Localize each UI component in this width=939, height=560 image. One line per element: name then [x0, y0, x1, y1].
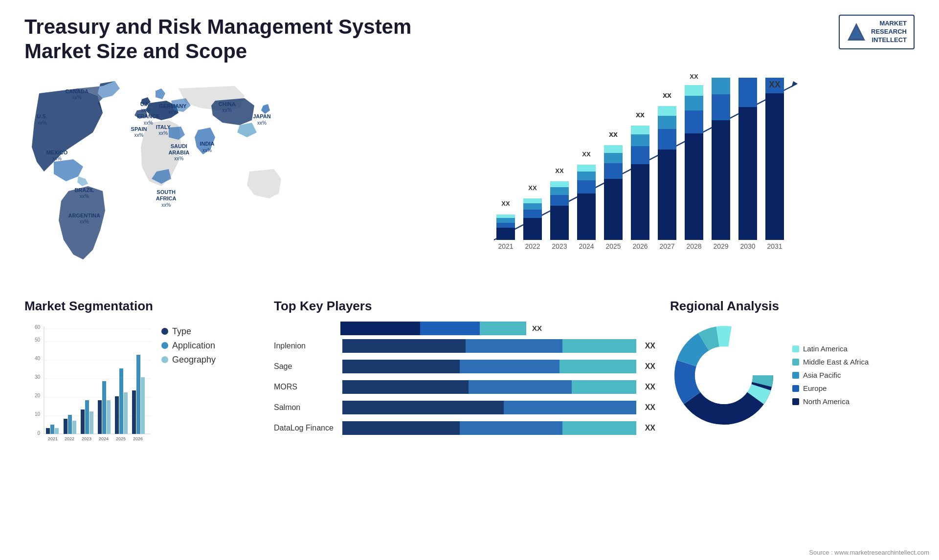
svg-rect-12	[523, 198, 542, 203]
label-spain: SPAINxx%	[131, 126, 147, 138]
svg-rect-86	[68, 415, 72, 434]
svg-rect-102	[136, 355, 140, 434]
svg-text:2023: 2023	[552, 242, 567, 250]
label-germany: GERMANYxx%	[159, 103, 186, 115]
label-italy: ITALYxx%	[156, 124, 171, 136]
players-title: Top Key Players	[274, 299, 655, 314]
svg-text:2025: 2025	[116, 436, 126, 441]
svg-text:2026: 2026	[632, 242, 648, 250]
label-china: CHINAxx%	[219, 101, 236, 113]
svg-rect-81	[46, 428, 50, 434]
svg-rect-46	[712, 78, 730, 94]
regional-title: Regional Analysis	[670, 299, 915, 314]
player-inplenion: Inplenion XX	[274, 339, 655, 353]
svg-text:2022: 2022	[525, 242, 540, 250]
donut-area: Latin America Middle East & Africa Asia …	[670, 322, 915, 429]
player-datalog: DataLog Finance XX	[274, 421, 655, 435]
svg-text:2024: 2024	[579, 242, 594, 250]
svg-rect-11	[523, 203, 542, 210]
label-brazil: BRAZILxx%	[74, 187, 94, 199]
svg-rect-21	[577, 172, 596, 180]
svg-rect-9	[523, 218, 542, 240]
svg-rect-99	[124, 392, 128, 434]
bar-chart-svg: XX XX XX	[357, 74, 915, 259]
player-salmon: Salmon XX	[274, 401, 655, 414]
svg-rect-34	[658, 150, 676, 240]
svg-rect-35	[658, 129, 676, 150]
svg-text:XX: XX	[690, 74, 698, 80]
svg-rect-4	[496, 228, 515, 240]
segmentation-section: Market Segmentation 0 10 20 30 40 50 60	[24, 299, 259, 449]
svg-rect-97	[115, 396, 119, 434]
svg-rect-22	[577, 165, 596, 172]
legend-north-america: North America	[792, 397, 869, 406]
svg-rect-15	[550, 195, 569, 206]
svg-rect-41	[685, 96, 703, 110]
svg-text:2028: 2028	[686, 242, 701, 250]
svg-rect-25	[604, 163, 623, 179]
players-section: Top Key Players XX Inplenion	[274, 299, 655, 449]
svg-rect-16	[550, 187, 569, 195]
main-grid: CANADAxx% U.S.xx% MEXICOxx% BRAZILxx% AR…	[24, 74, 915, 449]
svg-rect-40	[685, 110, 703, 133]
svg-text:40: 40	[35, 356, 41, 361]
svg-rect-42	[685, 85, 703, 96]
donut-svg	[670, 322, 778, 429]
page: Treasury and Risk Management System Mark…	[0, 0, 939, 560]
legend-la-color	[792, 345, 799, 352]
svg-text:2027: 2027	[659, 242, 674, 250]
svg-rect-44	[712, 120, 730, 240]
svg-text:XX: XX	[663, 92, 671, 99]
header: Treasury and Risk Management System Mark…	[24, 15, 915, 64]
svg-text:XX: XX	[609, 131, 618, 138]
svg-rect-48	[738, 78, 757, 107]
svg-text:XX: XX	[501, 200, 510, 207]
logo-text: MARKET RESEARCH INTELLECT	[871, 20, 907, 44]
svg-rect-82	[50, 425, 54, 434]
page-title: Treasury and Risk Management System Mark…	[24, 15, 465, 64]
chart-section: XX XX XX	[347, 74, 915, 284]
player-name-datalog: DataLog Finance	[274, 424, 337, 432]
legend-asia-pacific: Asia Pacific	[792, 371, 869, 379]
logo: MARKET RESEARCH INTELLECT	[839, 15, 915, 49]
map-section: CANADAxx% U.S.xx% MEXICOxx% BRAZILxx% AR…	[24, 74, 337, 284]
svg-text:XX: XX	[636, 111, 645, 119]
svg-rect-94	[102, 381, 106, 434]
svg-rect-91	[89, 411, 93, 434]
svg-rect-49	[765, 93, 784, 240]
svg-text:XX: XX	[528, 184, 537, 192]
map-container: CANADAxx% U.S.xx% MEXICOxx% BRAZILxx% AR…	[24, 74, 337, 284]
player-name-inplenion: Inplenion	[274, 342, 337, 350]
svg-text:20: 20	[35, 393, 41, 398]
label-india: INDIAxx%	[200, 141, 214, 153]
svg-text:XX: XX	[555, 167, 564, 174]
svg-rect-45	[712, 94, 730, 120]
label-uk: U.K.xx%	[140, 101, 151, 113]
svg-text:2024: 2024	[99, 436, 109, 441]
label-japan: JAPANxx%	[253, 113, 270, 126]
legend-application: Application	[161, 341, 216, 351]
legend-type: Type	[161, 326, 216, 337]
label-saudi: SAUDIARABIAxx%	[168, 143, 189, 162]
svg-rect-14	[550, 206, 569, 240]
svg-text:2031: 2031	[767, 242, 782, 250]
svg-rect-20	[577, 180, 596, 194]
svg-text:2022: 2022	[65, 436, 74, 441]
svg-rect-47	[738, 107, 757, 240]
logo-icon	[847, 22, 866, 42]
svg-rect-39	[685, 133, 703, 240]
label-us: U.S.xx%	[37, 113, 47, 126]
segmentation-title: Market Segmentation	[24, 299, 259, 314]
svg-text:XX: XX	[582, 151, 591, 158]
svg-rect-17	[550, 181, 569, 187]
svg-rect-7	[496, 215, 515, 218]
player-mors: MORS XX	[274, 380, 655, 394]
svg-text:2021: 2021	[498, 242, 513, 250]
svg-text:XX: XX	[769, 80, 781, 89]
label-southafrica: SOUTHAFRICAxx%	[156, 189, 177, 208]
svg-rect-36	[658, 116, 676, 129]
svg-text:2026: 2026	[133, 436, 143, 441]
legend-mea-color	[792, 359, 799, 366]
svg-rect-89	[81, 409, 85, 434]
player-xx-sage: XX	[645, 362, 655, 371]
